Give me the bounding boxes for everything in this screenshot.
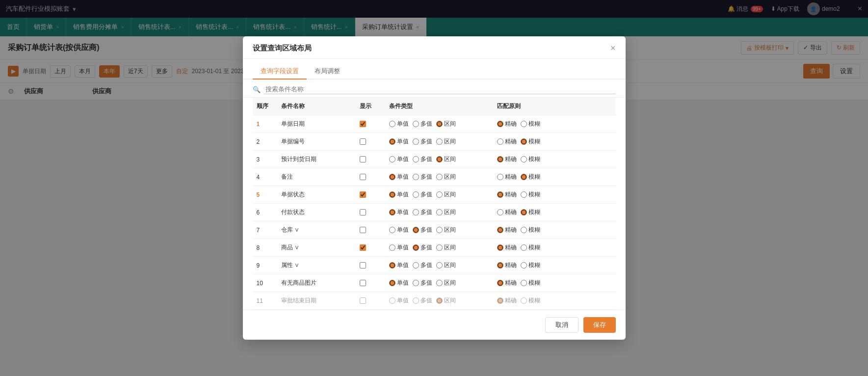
dialog-header: 设置查询区域布局 × — [243, 36, 626, 59]
dialog: 设置查询区域布局 × 查询字段设置 布局调整 🔍 顺序 条件名称 显示 条件类型 — [243, 36, 626, 100]
th-name: 条件名称 — [277, 99, 356, 100]
dialog-tab-fields[interactable]: 查询字段设置 — [253, 64, 307, 80]
dialog-tab-bar: 查询字段设置 布局调整 — [243, 59, 626, 80]
th-display: 显示 — [356, 99, 385, 100]
table-head: 顺序 条件名称 显示 条件类型 匹配原则 — [253, 98, 616, 100]
dialog-search-bar: 🔍 — [243, 80, 626, 98]
th-type: 条件类型 — [385, 99, 493, 100]
search-input[interactable] — [263, 84, 616, 94]
dialog-tab-layout[interactable]: 布局调整 — [307, 64, 348, 80]
dialog-title: 设置查询区域布局 — [253, 44, 312, 53]
search-icon: 🔍 — [253, 86, 261, 93]
th-match: 匹配原则 — [493, 99, 591, 100]
dialog-close-button[interactable]: × — [610, 43, 616, 54]
modal-overlay: 设置查询区域布局 × 查询字段设置 布局调整 🔍 顺序 条件名称 显示 条件类型 — [0, 0, 868, 100]
dialog-table: 顺序 条件名称 显示 条件类型 匹配原则 1 单据日期 单值 多值 区间 — [243, 98, 626, 100]
th-order: 顺序 — [253, 99, 277, 100]
